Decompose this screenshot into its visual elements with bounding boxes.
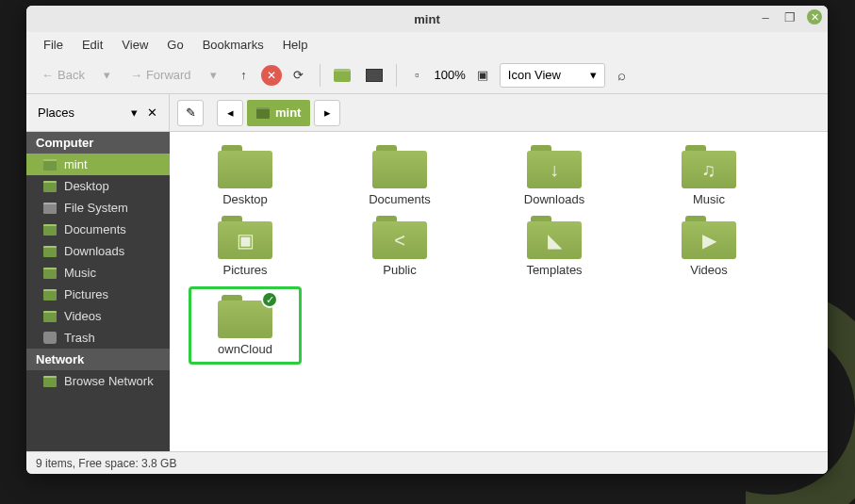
minimize-button[interactable]: –: [758, 9, 773, 24]
trash-icon: [43, 332, 57, 344]
reload-button[interactable]: ⟳: [286, 62, 312, 89]
folder-icon: [43, 311, 57, 322]
sidebar-item-pictures[interactable]: Pictures: [26, 284, 170, 305]
computer-icon: [366, 69, 383, 82]
toolbar: ← Back ▾ → Forward ▾ ↑ ✕ ⟳ ▫ 100% ▣ Icon…: [26, 57, 828, 94]
folder-icon: ↓: [527, 145, 582, 188]
folder-icon: [43, 376, 57, 387]
zoom-level: 100%: [435, 68, 466, 82]
folder-icon: [43, 289, 57, 301]
menubar: File Edit View Go Bookmarks Help: [26, 32, 828, 57]
file-label: Music: [693, 192, 725, 206]
file-item-templates[interactable]: ◣Templates: [498, 216, 611, 277]
folder-icon: ▶: [682, 216, 736, 259]
sidebar-item-label: Documents: [64, 222, 126, 236]
sidebar-item-videos[interactable]: Videos: [26, 305, 170, 327]
places-header[interactable]: Places ▾ ✕: [26, 94, 170, 131]
sidebar-item-desktop[interactable]: Desktop: [26, 175, 170, 197]
folder-icon: [43, 181, 57, 192]
folder-icon: ♫: [682, 145, 736, 188]
titlebar[interactable]: mint – ❐ ✕: [26, 6, 828, 32]
file-item-downloads[interactable]: ↓Downloads: [498, 145, 611, 206]
menu-go[interactable]: Go: [159, 36, 190, 54]
menu-edit[interactable]: Edit: [74, 36, 110, 54]
chevron-down-icon[interactable]: ▾: [131, 106, 138, 120]
sidebar-item-file-system[interactable]: File System: [26, 197, 170, 219]
sidebar-item-trash[interactable]: Trash: [26, 327, 170, 349]
folder-icon: [43, 203, 57, 214]
folder-icon: ◣: [527, 216, 582, 259]
back-dropdown[interactable]: ▾: [94, 62, 121, 89]
menu-file[interactable]: File: [36, 36, 71, 54]
file-label: Public: [383, 263, 416, 277]
home-icon: [334, 69, 351, 82]
sidebar-item-browse-network[interactable]: Browse Network: [26, 370, 170, 392]
stop-button[interactable]: ✕: [261, 65, 282, 86]
edit-path-button[interactable]: ✎: [177, 100, 204, 126]
file-item-videos[interactable]: ▶Videos: [652, 216, 765, 277]
menu-bookmarks[interactable]: Bookmarks: [195, 36, 271, 54]
sync-badge-icon: ✓: [261, 291, 278, 308]
sidebar-item-label: mint: [64, 157, 88, 171]
close-button[interactable]: ✕: [807, 9, 822, 24]
folder-icon: [256, 107, 270, 119]
status-text: 9 items, Free space: 3.8 GB: [36, 457, 176, 470]
sidebar-item-music[interactable]: Music: [26, 262, 170, 284]
maximize-button[interactable]: ❐: [782, 9, 797, 24]
file-label: Pictures: [223, 263, 268, 277]
file-label: ownCloud: [218, 342, 272, 356]
file-item-documents[interactable]: Documents: [343, 145, 456, 206]
folder-icon: [43, 224, 57, 236]
menu-view[interactable]: View: [114, 36, 156, 54]
folder-icon: ▣: [218, 216, 272, 259]
file-item-owncloud[interactable]: ✓ownCloud: [189, 286, 302, 365]
sidebar-item-label: Pictures: [64, 287, 108, 301]
sidebar-item-label: Trash: [64, 331, 95, 345]
file-label: Downloads: [524, 192, 584, 206]
sidebar-item-label: Music: [64, 266, 96, 280]
sidebar-item-mint[interactable]: mint: [26, 154, 170, 175]
breadcrumb-current[interactable]: mint: [247, 100, 310, 126]
folder-icon: [43, 246, 57, 257]
folder-icon: [218, 145, 272, 188]
folder-icon: <: [372, 216, 427, 259]
file-item-pictures[interactable]: ▣Pictures: [189, 216, 302, 277]
sidebar-item-label: Downloads: [64, 244, 124, 258]
file-label: Documents: [369, 192, 431, 206]
sidebar-item-downloads[interactable]: Downloads: [26, 240, 170, 262]
sidebar-item-label: Browse Network: [64, 374, 154, 388]
file-manager-window: mint – ❐ ✕ File Edit View Go Bookmarks H…: [26, 6, 828, 474]
window-title: mint: [414, 12, 439, 26]
folder-icon: [43, 268, 57, 279]
folder-icon: [372, 145, 427, 188]
sidebar-section: Network: [26, 349, 170, 370]
search-button[interactable]: ⌕: [609, 62, 635, 89]
file-item-music[interactable]: ♫Music: [652, 145, 765, 206]
sidebar-item-documents[interactable]: Documents: [26, 219, 170, 240]
chevron-down-icon: ▾: [590, 68, 597, 82]
folder-icon: ✓: [218, 295, 272, 338]
sidebar-item-label: Videos: [64, 309, 102, 323]
back-button[interactable]: ← Back: [36, 62, 90, 89]
forward-dropdown[interactable]: ▾: [201, 62, 227, 89]
folder-icon: [43, 159, 57, 171]
sidebar-item-label: File System: [64, 201, 128, 215]
path-prev-button[interactable]: ◂: [217, 100, 243, 126]
view-mode-label: Icon View: [508, 68, 561, 82]
file-label: Templates: [526, 263, 582, 277]
file-item-public[interactable]: <Public: [343, 216, 456, 277]
menu-help[interactable]: Help: [275, 36, 316, 54]
home-button[interactable]: [328, 62, 356, 89]
computer-button[interactable]: [360, 62, 388, 89]
up-button[interactable]: ↑: [231, 62, 257, 89]
content-area[interactable]: DesktopDocuments↓Downloads♫Music▣Picture…: [170, 132, 828, 451]
zoom-out-button[interactable]: ▫: [404, 62, 431, 89]
statusbar: 9 items, Free space: 3.8 GB: [26, 451, 828, 474]
forward-button[interactable]: → Forward: [124, 62, 197, 89]
file-item-desktop[interactable]: Desktop: [189, 145, 302, 206]
sidebar: ComputermintDesktopFile SystemDocumentsD…: [26, 132, 170, 451]
close-sidebar-button[interactable]: ✕: [147, 106, 157, 120]
path-next-button[interactable]: ▸: [314, 100, 340, 126]
zoom-in-button[interactable]: ▣: [469, 62, 496, 89]
view-mode-select[interactable]: Icon View ▾: [500, 63, 605, 88]
